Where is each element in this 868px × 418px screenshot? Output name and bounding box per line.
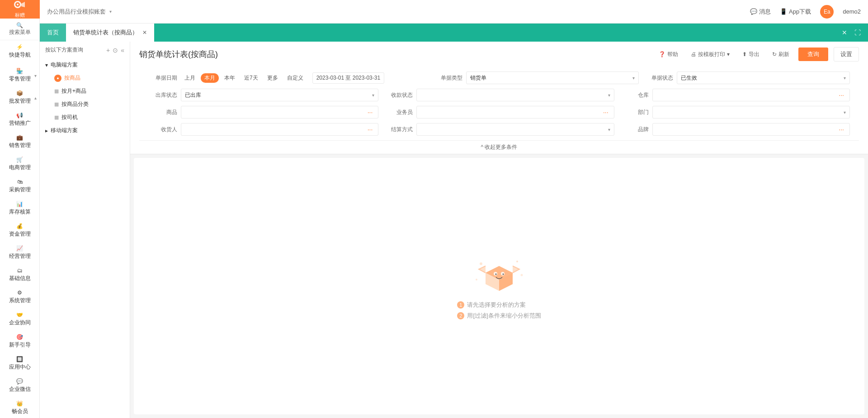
salesperson-dots[interactable]: ··· [601,109,610,116]
sidebar-item-wholesale[interactable]: 📦 批发管理 ▴ [0,86,39,109]
sidebar-item-apps[interactable]: 🔲 应用中心 [0,352,39,375]
tip-text-1: 请先选择要分析的方案 [467,301,526,309]
date-tab-more[interactable]: 更多 [264,73,282,83]
sidebar-item-guide[interactable]: 🎯 新手引导 [0,330,39,352]
add-scheme-btn[interactable]: + [106,47,110,54]
tree-parent-mobile[interactable]: ▸ 移动端方案 [40,124,130,137]
wholesale-icon: 📦 [0,90,39,96]
dept-select[interactable]: ▾ [652,106,850,119]
page-title: 销货单统计表(按商品) [139,49,218,60]
brand-input[interactable]: ··· [652,123,850,136]
export-icon: ⬆ [742,51,747,57]
salesperson-input[interactable]: ··· [416,106,614,119]
settlement-select[interactable]: ▾ [416,123,614,136]
wholesale-label: 批发管理 [0,97,39,105]
sidebar-item-basic[interactable]: 🗂 基础信息 [0,264,39,286]
wechat-icon: 💬 [0,378,39,385]
tab-sales-report[interactable]: 销货单统计表（按商品） ✕ [66,24,154,42]
tree-child-goods[interactable]: ● 按商品 [40,71,130,85]
left-panel-title: 按以下方案查询 [45,46,83,54]
collapse-btn[interactable]: ^ 收起更多条件 [139,140,859,154]
message-btn[interactable]: 💬 消息 [750,8,771,16]
goods-dots[interactable]: ··· [366,109,375,116]
sidebar-item-sales[interactable]: 💼 销售管理 [0,131,39,153]
date-tab-thisyear[interactable]: 本年 [221,73,239,83]
sidebar-item-finance[interactable]: 💰 资金管理 [0,219,39,242]
sidebar-item-retail[interactable]: 🏪 零售管理 ▾ [0,64,39,86]
refresh-icon: ↻ [772,51,777,57]
corp-icon: 🤝 [0,312,39,318]
page-header: 销货单统计表(按商品) ❓ 帮助 🖨 按模板打印 ▾ ⬆ [130,42,868,154]
goods-input[interactable]: ··· [181,106,378,119]
search-menu-label: 搜索菜单 [0,28,39,36]
date-tab-7days[interactable]: 近7天 [241,73,262,83]
refresh-btn[interactable]: ↻ 刷新 [769,49,793,60]
date-tab-lastmonth[interactable]: 上月 [181,73,199,83]
goods-label: 商品 [148,109,181,116]
collapse-panel-btn[interactable]: « [121,47,124,54]
doc-status-select[interactable]: 已生效 ▾ [677,71,850,84]
warehouse-dots[interactable]: ··· [837,91,846,99]
sidebar-item-vip[interactable]: 👑 畅会员 [0,397,39,418]
export-btn[interactable]: ⬆ 导出 [739,49,763,60]
sidebar-item-ecom[interactable]: 🛒 电商管理 [0,153,39,175]
date-tab-custom[interactable]: 自定义 [283,73,307,83]
collapse-label: ^ 收起更多条件 [481,144,518,150]
edit-scheme-btn[interactable]: ⊙ [113,47,118,54]
quick-nav-icon: ⚡ [0,44,39,50]
sidebar: 标赠 🔍 搜索菜单 ⚡ 快捷导航 🏪 零售管理 ▾ 📦 批发管理 ▴ 📢 营销推… [0,0,40,418]
tree-parent-desktop[interactable]: ▾ 电脑端方案 [40,58,130,71]
print-icon: 🖨 [691,51,696,57]
print-dropdown-icon: ▾ [727,51,730,57]
filter-row-4: 收货人 ··· 结算方式 ▾ 品牌 [148,123,850,136]
tree-child-goods-cat[interactable]: ▦ 按商品分类 [40,98,130,111]
out-status-select[interactable]: 已出库 ▾ [181,89,378,101]
settlement-label: 结算方式 [384,126,416,133]
doc-type-label: 单据类型 [434,74,466,82]
tree-child-month-goods[interactable]: ▦ 按月+商品 [40,85,130,98]
sidebar-item-operation[interactable]: 📈 经营管理 [0,242,39,264]
tab-close-all-btn[interactable]: ✕ [840,27,849,38]
date-range-input[interactable]: 2023-03-01 至 2023-03-31 [312,72,384,84]
tip-num-2: 2 [457,312,464,319]
child-icon-goods-cat: ▦ [54,101,59,107]
user-avatar[interactable]: Ea [820,5,834,19]
tree-label-driver: 按司机 [61,114,78,121]
sidebar-item-inventory[interactable]: 📊 库存核算 [0,197,39,219]
retail-icon: 🏪 [0,68,39,74]
date-tab-thismonth[interactable]: 本月 [201,73,219,83]
sidebar-item-system[interactable]: ⚙ 系统管理 [0,286,39,308]
receiver-dots[interactable]: ··· [366,126,375,133]
avatar-text: Ea [824,9,830,15]
print-btn[interactable]: 🖨 按模板打印 ▾ [687,49,733,60]
brand-dots[interactable]: ··· [837,126,846,133]
setting-btn[interactable]: 设置 [834,47,859,62]
print-label: 按模板打印 [698,51,725,58]
sidebar-item-marketing[interactable]: 📢 营销推广 [0,109,39,131]
sidebar-item-purchase[interactable]: 🛍 采购管理 [0,175,39,197]
tab-home[interactable]: 首页 [40,24,66,42]
doc-status-value: 已生效 [681,74,697,82]
top-header: 办公用品行业模拟账套 ▾ 💬 消息 📱 App下载 Ea demo2 [40,0,868,24]
sidebar-quick-nav[interactable]: ⚡ 快捷导航 [0,40,39,62]
sidebar-item-wechat[interactable]: 💬 企业微信 [0,375,39,397]
empty-tip-1: 1 请先选择要分析的方案 [457,301,541,309]
query-btn[interactable]: 查询 [798,48,828,61]
receiver-input[interactable]: ··· [181,123,378,136]
wholesale-arrow: ▴ [34,95,37,100]
header-title-dropdown[interactable]: ▾ [109,9,112,14]
help-btn[interactable]: ❓ 帮助 [655,49,682,60]
header-left: 办公用品行业模拟账套 ▾ [47,8,112,16]
receipt-status-select[interactable]: ▾ [416,89,614,101]
filter-row-2: 出库状态 已出库 ▾ 收款状态 ▾ 仓库 [148,89,850,101]
tab-fullscreen-btn[interactable]: ⛶ [853,27,863,38]
tab-close-btn[interactable]: ✕ [142,29,147,36]
warehouse-input[interactable]: ··· [652,89,850,101]
doc-type-select[interactable]: 销货单 ▾ [466,71,639,84]
search-menu-btn[interactable]: 🔍 搜索菜单 [0,19,39,40]
sidebar-item-corp[interactable]: 🤝 企业协同 [0,308,39,330]
guide-label: 新手引导 [0,341,39,349]
tree-child-driver[interactable]: ▦ 按司机 [40,111,130,124]
message-label: 消息 [759,8,771,16]
app-download-btn[interactable]: 📱 App下载 [780,8,811,16]
